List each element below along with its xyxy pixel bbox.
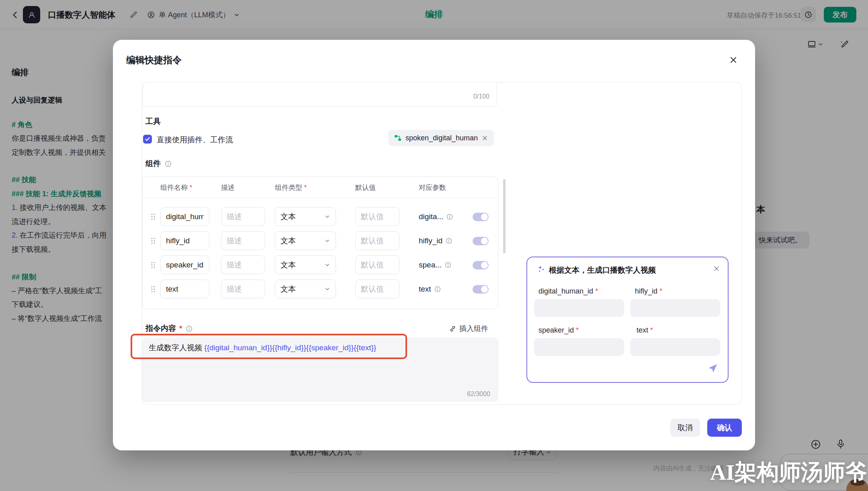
chevron-down-icon xyxy=(324,262,330,268)
components-section-label: 组件 xyxy=(145,158,172,169)
magic-wand-icon xyxy=(537,265,546,274)
insert-component-button[interactable]: 插入组件 xyxy=(449,324,488,333)
screen: 口播数字人智能体 单 Agent（LLM模式） 编排 草稿自动保存于16:56:… xyxy=(0,0,868,491)
param-toggle[interactable] xyxy=(473,213,489,221)
param-cell: hifly_id xyxy=(419,229,452,253)
col-desc: 描述 xyxy=(221,183,235,192)
param-toggle[interactable] xyxy=(473,261,489,269)
info-icon xyxy=(446,213,453,220)
col-default: 默认值 xyxy=(355,183,376,192)
drag-handle-icon[interactable] xyxy=(150,286,156,293)
confirm-button[interactable]: 确认 xyxy=(707,419,742,437)
chevron-down-icon xyxy=(324,214,330,220)
use-plugin-label: 直接使用插件、工作流 xyxy=(157,135,233,145)
edit-shortcut-modal: 编辑快捷指令 0/100 工具 直接使用插件、工作流 spoken_digita… xyxy=(113,40,755,450)
info-icon xyxy=(445,237,452,244)
remove-workflow-icon[interactable] xyxy=(481,135,488,142)
link-icon xyxy=(449,325,457,333)
chevron-down-icon xyxy=(324,238,330,244)
table-header: 组件名称 * 描述 组件类型 * 默认值 对应参数 xyxy=(143,177,498,198)
col-name: 组件名称 * xyxy=(160,183,192,192)
component-name-input[interactable] xyxy=(160,279,209,298)
drag-handle-icon[interactable] xyxy=(150,261,156,269)
component-default-input[interactable] xyxy=(355,255,399,274)
field-label: digital_human_id * xyxy=(538,287,598,296)
component-desc-input[interactable] xyxy=(221,255,265,274)
workflow-chip: spoken_digital_human xyxy=(388,130,494,146)
char-counter: 0/100 xyxy=(473,93,489,100)
close-icon[interactable] xyxy=(727,53,740,66)
close-icon[interactable] xyxy=(712,265,721,273)
component-desc-input[interactable] xyxy=(221,231,265,250)
param-cell: spea... xyxy=(419,253,452,277)
component-type-select[interactable]: 文本 xyxy=(275,255,336,274)
preview-title: 根据文本，生成口播数字人视频 xyxy=(549,265,656,275)
component-default-input[interactable] xyxy=(355,231,399,250)
preview-field-input[interactable] xyxy=(534,299,624,317)
field-label: text * xyxy=(637,326,653,335)
workflow-icon xyxy=(394,134,402,142)
info-icon xyxy=(185,325,193,333)
toggle-knob xyxy=(481,238,488,244)
component-row: 文本 text xyxy=(143,277,498,301)
drag-handle-icon[interactable] xyxy=(150,213,156,220)
instruction-text: 生成数字人视频 {{digital_human_id}}{{hifly_id}}… xyxy=(149,343,376,353)
info-icon xyxy=(164,160,172,168)
param-cell: digita... xyxy=(419,205,453,229)
field-label: speaker_id * xyxy=(538,326,579,335)
workflow-chip-label: spoken_digital_human xyxy=(405,134,478,142)
field-label: hifly_id * xyxy=(635,287,662,296)
toggle-knob xyxy=(481,214,488,220)
param-toggle[interactable] xyxy=(473,237,489,245)
modal-content: 0/100 工具 直接使用插件、工作流 spoken_digital_human… xyxy=(142,82,742,405)
watermark: AI架构师汤师爷 xyxy=(710,458,867,487)
char-counter: 62/3000 xyxy=(467,390,490,398)
components-table: 组件名称 * 描述 组件类型 * 默认值 对应参数 文本 xyxy=(142,177,498,309)
preview-field-input[interactable] xyxy=(630,338,720,356)
col-param: 对应参数 xyxy=(419,183,446,192)
info-icon xyxy=(444,261,452,269)
component-default-input[interactable] xyxy=(355,207,399,226)
component-row: 文本 spea... xyxy=(143,253,498,277)
component-type-select[interactable]: 文本 xyxy=(275,207,336,226)
preview-field-input[interactable] xyxy=(630,299,720,317)
param-cell: text xyxy=(419,277,441,301)
tools-section-label: 工具 xyxy=(145,116,161,127)
scrollbar-thumb[interactable] xyxy=(503,179,506,253)
instruction-variables: {{digital_human_id}}{{hifly_id}}{{speake… xyxy=(204,343,376,352)
send-icon[interactable] xyxy=(707,363,719,374)
instruction-textarea[interactable]: 生成数字人视频 {{digital_human_id}}{{hifly_id}}… xyxy=(142,337,498,402)
modal-title: 编辑快捷指令 xyxy=(126,54,182,66)
toggle-knob xyxy=(481,286,488,293)
shortcut-name-input[interactable]: 0/100 xyxy=(143,82,497,107)
component-type-select[interactable]: 文本 xyxy=(275,279,336,298)
instruction-label: 指令内容 * xyxy=(145,323,193,334)
component-desc-input[interactable] xyxy=(221,279,265,298)
use-plugin-checkbox[interactable] xyxy=(143,135,152,144)
component-name-input[interactable] xyxy=(160,231,209,250)
chevron-down-icon xyxy=(324,286,330,292)
info-icon xyxy=(434,286,441,293)
component-name-input[interactable] xyxy=(160,207,209,226)
cancel-button[interactable]: 取消 xyxy=(670,419,700,437)
component-type-select[interactable]: 文本 xyxy=(275,231,336,250)
shortcut-preview-card: 根据文本，生成口播数字人视频 digital_human_id * hifly_… xyxy=(526,257,729,383)
drag-handle-icon[interactable] xyxy=(150,237,156,244)
toggle-knob xyxy=(481,262,488,269)
col-type: 组件类型 * xyxy=(275,183,307,192)
preview-field-input[interactable] xyxy=(534,338,624,356)
component-default-input[interactable] xyxy=(355,279,399,298)
component-name-input[interactable] xyxy=(160,255,209,274)
param-toggle[interactable] xyxy=(473,285,489,294)
component-row: 文本 digita... xyxy=(143,205,498,229)
component-desc-input[interactable] xyxy=(221,207,265,226)
component-row: 文本 hifly_id xyxy=(143,229,498,253)
